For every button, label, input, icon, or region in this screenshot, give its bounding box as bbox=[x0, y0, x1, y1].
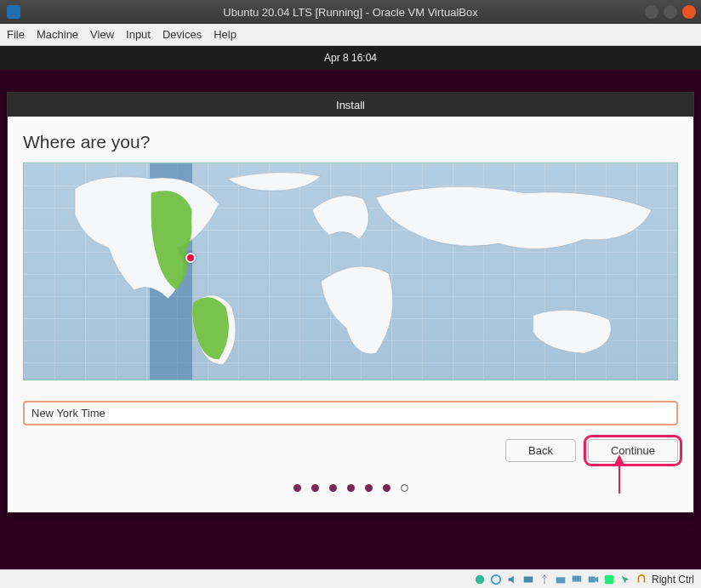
keyboard-capture-icon[interactable] bbox=[635, 573, 648, 585]
installer-title: Install bbox=[336, 99, 365, 111]
svg-rect-10 bbox=[605, 574, 614, 584]
guest-clock: Apr 8 16:04 bbox=[324, 52, 377, 64]
step-dot-5 bbox=[365, 484, 373, 492]
installer-window: Install Where are you? bbox=[7, 92, 694, 513]
svg-marker-3 bbox=[614, 454, 624, 465]
host-key-label: Right Ctrl bbox=[652, 574, 694, 585]
menu-input[interactable]: Input bbox=[126, 28, 151, 41]
guest-top-panel: Apr 8 16:04 bbox=[0, 46, 701, 70]
step-dot-6 bbox=[383, 484, 390, 492]
shared-folder-icon[interactable] bbox=[555, 573, 567, 585]
host-menubar: File Machine View Input Devices Help bbox=[0, 24, 701, 46]
annotation-arrow bbox=[607, 453, 632, 495]
audio-icon[interactable] bbox=[506, 573, 519, 585]
svg-rect-6 bbox=[524, 576, 533, 582]
guest-screen: Apr 8 16:04 Install Where are you? bbox=[0, 46, 701, 569]
hdd-icon[interactable] bbox=[474, 573, 487, 585]
menu-machine[interactable]: Machine bbox=[37, 28, 78, 41]
mouse-integration-icon[interactable] bbox=[619, 573, 632, 585]
svg-point-4 bbox=[476, 574, 485, 584]
back-button[interactable]: Back bbox=[505, 439, 576, 462]
location-marker bbox=[185, 253, 196, 263]
display-icon[interactable] bbox=[571, 573, 584, 585]
step-indicator bbox=[23, 484, 678, 492]
menu-file[interactable]: File bbox=[7, 28, 25, 41]
network-status-icon[interactable] bbox=[522, 573, 535, 585]
step-dot-1 bbox=[294, 484, 301, 492]
timezone-input[interactable] bbox=[23, 401, 678, 425]
timezone-map[interactable] bbox=[23, 163, 678, 380]
step-dot-3 bbox=[329, 484, 337, 492]
maximize-button[interactable] bbox=[664, 5, 677, 19]
vbox-icon[interactable] bbox=[603, 573, 616, 585]
svg-rect-9 bbox=[589, 576, 596, 582]
page-heading: Where are you? bbox=[23, 132, 678, 152]
step-dot-7 bbox=[401, 484, 408, 492]
host-statusbar: Right Ctrl bbox=[0, 569, 701, 588]
minimize-button[interactable] bbox=[645, 5, 658, 19]
menu-devices[interactable]: Devices bbox=[162, 28, 202, 41]
svg-point-5 bbox=[492, 574, 501, 584]
menu-view[interactable]: View bbox=[90, 28, 114, 41]
step-dot-4 bbox=[347, 484, 355, 492]
close-button[interactable] bbox=[682, 5, 696, 19]
menu-help[interactable]: Help bbox=[214, 28, 237, 41]
host-titlebar: Ubuntu 20.04 LTS [Running] - Oracle VM V… bbox=[0, 0, 701, 24]
usb-icon[interactable] bbox=[539, 573, 551, 585]
recording-icon[interactable] bbox=[587, 573, 600, 585]
svg-rect-7 bbox=[556, 577, 566, 583]
optical-icon[interactable] bbox=[490, 573, 503, 585]
host-window-title: Ubuntu 20.04 LTS [Running] - Oracle VM V… bbox=[223, 6, 477, 19]
step-dot-2 bbox=[311, 484, 319, 492]
svg-rect-8 bbox=[573, 575, 582, 581]
installer-titlebar: Install bbox=[8, 93, 693, 117]
virtualbox-icon bbox=[7, 5, 20, 19]
continue-button[interactable]: Continue bbox=[588, 439, 678, 462]
